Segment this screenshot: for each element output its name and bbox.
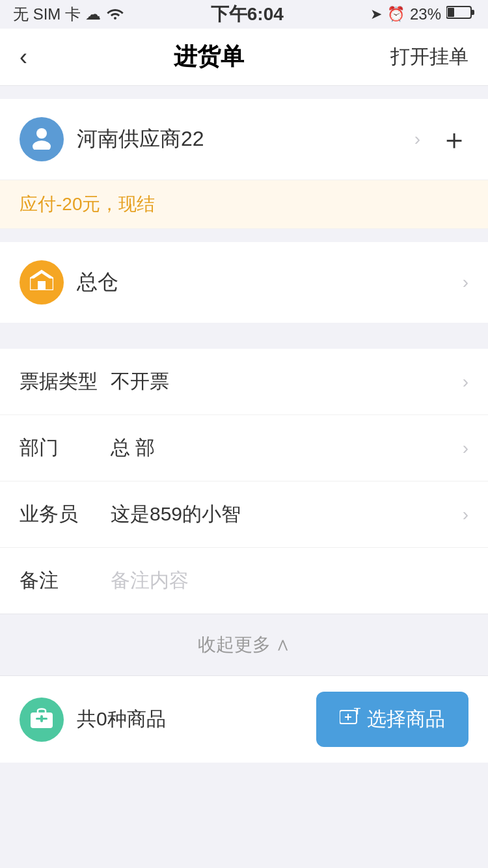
salesperson-chevron-icon[interactable]: › <box>463 504 468 525</box>
product-bag-icon <box>29 706 54 733</box>
warehouse-icon-wrap <box>20 260 64 305</box>
department-chevron-icon[interactable]: › <box>463 438 468 459</box>
supplier-avatar <box>20 117 64 161</box>
select-product-label: 选择商品 <box>367 706 445 733</box>
notice-text: 应付-20元，现结 <box>20 194 155 214</box>
open-pending-button[interactable]: 打开挂单 <box>390 44 468 70</box>
status-bar: 无 SIM 卡 ☁ 下午6:04 ➤ ⏰ 23% <box>0 0 488 29</box>
select-product-button[interactable]: 选择商品 <box>316 692 468 747</box>
location-icon: ➤ <box>370 6 382 23</box>
remark-input[interactable]: 备注内容 <box>111 567 468 594</box>
ticket-type-chevron-icon[interactable]: › <box>463 372 468 392</box>
product-icon-wrap <box>20 698 64 742</box>
product-count: 共0种商品 <box>77 706 316 733</box>
warehouse-row[interactable]: 总仓 › <box>0 242 488 323</box>
alarm-icon: ⏰ <box>387 6 405 23</box>
mid-divider-2 <box>0 323 488 336</box>
notice-bar: 应付-20元，现结 <box>0 180 488 229</box>
sim-label: 无 SIM 卡 ☁ <box>13 4 101 25</box>
salesperson-row[interactable]: 业务员 这是859的小智 › <box>0 481 488 548</box>
add-supplier-button[interactable]: ＋ <box>440 125 468 154</box>
status-time: 下午6:04 <box>211 2 284 27</box>
ticket-type-value: 不开票 <box>111 368 463 395</box>
nav-bar: ‹ 进货单 打开挂单 <box>0 29 488 86</box>
status-right: ➤ ⏰ 23% <box>370 5 475 23</box>
collapse-row[interactable]: 收起更多 ∧ <box>0 614 488 675</box>
ticket-type-label: 票据类型 <box>20 368 98 395</box>
supplier-section: 河南供应商22 › ＋ 应付-20元，现结 <box>0 99 488 229</box>
department-label: 部门 <box>20 435 98 461</box>
supplier-actions: › ＋ <box>414 125 468 154</box>
wifi-icon <box>106 5 124 23</box>
bottom-bar: 共0种商品 选择商品 <box>0 675 488 763</box>
warehouse-chevron-icon[interactable]: › <box>463 272 468 293</box>
back-button[interactable]: ‹ <box>20 44 27 71</box>
battery-percent: 23% <box>410 5 441 23</box>
remark-row[interactable]: 备注 备注内容 <box>0 548 488 614</box>
page-title: 进货单 <box>174 41 244 73</box>
top-divider <box>0 86 488 99</box>
department-value: 总 部 <box>111 435 463 461</box>
supplier-name: 河南供应商22 <box>77 125 414 154</box>
supplier-chevron-icon[interactable]: › <box>414 129 420 150</box>
form-section: 票据类型 不开票 › 部门 总 部 › 业务员 这是859的小智 › 备注 备注… <box>0 349 488 614</box>
remark-label: 备注 <box>20 567 98 594</box>
warehouse-icon <box>30 269 53 295</box>
svg-point-4 <box>33 141 51 150</box>
ticket-type-row[interactable]: 票据类型 不开票 › <box>0 349 488 415</box>
status-left: 无 SIM 卡 ☁ <box>13 4 124 25</box>
gray-fill <box>0 763 488 868</box>
salesperson-value: 这是859的小智 <box>111 501 463 528</box>
svg-rect-2 <box>448 8 454 17</box>
select-product-icon <box>340 708 360 731</box>
warehouse-name: 总仓 <box>77 268 463 297</box>
svg-rect-1 <box>471 10 474 15</box>
svg-rect-6 <box>38 281 46 290</box>
svg-rect-10 <box>40 715 43 722</box>
salesperson-label: 业务员 <box>20 501 98 528</box>
collapse-label[interactable]: 收起更多 ∧ <box>198 632 291 657</box>
department-row[interactable]: 部门 总 部 › <box>0 415 488 481</box>
avatar-icon <box>29 124 55 156</box>
battery-icon <box>446 5 475 23</box>
svg-point-3 <box>36 128 47 139</box>
mid-divider-1 <box>0 229 488 242</box>
svg-marker-7 <box>30 271 53 278</box>
supplier-row[interactable]: 河南供应商22 › ＋ <box>0 99 488 180</box>
